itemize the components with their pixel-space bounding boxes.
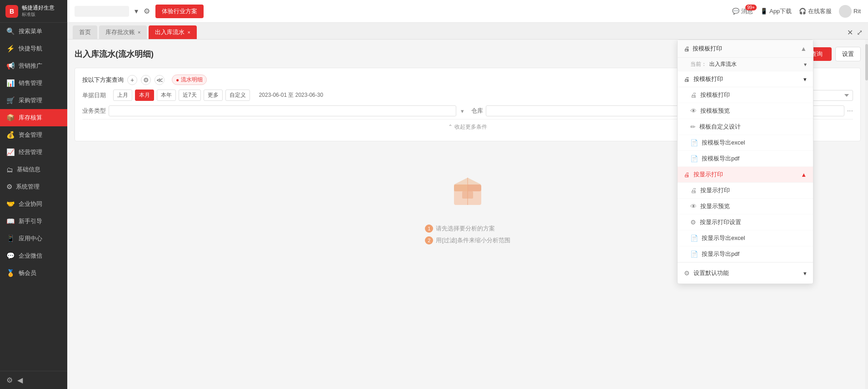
display-items-list: 🖨按显示打印👁按显示预览⚙按显示打印设置📄按显示导出excel📄按显示导出pdf [678, 183, 813, 262]
sidebar-item-operation[interactable]: 📈经营管理 [0, 144, 67, 161]
close-window-icon[interactable]: ✕ [847, 28, 853, 37]
dropdown-collapse-icon[interactable]: ▲ [800, 45, 807, 52]
tab-inventory-batch-close-icon[interactable]: × [138, 30, 140, 35]
filter-tag[interactable]: ● 流水明细 [172, 75, 207, 85]
set-default-item[interactable]: ⚙ 设置默认功能 ▾ [684, 266, 807, 280]
sidebar-item-guide[interactable]: 📖新手引导 [0, 213, 67, 230]
maximize-icon[interactable]: ⤢ [857, 28, 863, 37]
date-btn-4[interactable]: 更多 [204, 90, 223, 101]
sidebar-item-search[interactable]: 🔍搜索菜单 [0, 23, 67, 40]
sidebar-item-member[interactable]: 🏅畅会员 [0, 264, 67, 282]
dropdown-item-display-print-settings[interactable]: ⚙按显示打印设置 [678, 214, 813, 230]
svg-rect-5 [454, 185, 468, 191]
sidebar-quick-nav-icon: ⚡ [6, 45, 15, 53]
template-items-list: 🖨按模板打印👁按模板预览✏模板自定义设计📄按模板导出excel📄按模板导出pdf [678, 87, 813, 167]
sidebar-item-collab[interactable]: 🤝企业协同 [0, 195, 67, 213]
add-filter-icon[interactable]: + [127, 75, 137, 85]
topbar-right: 💬 消息 99+ 📱 App下载 🎧 在线客服 Rit [732, 5, 861, 18]
tab-inventory-batch[interactable]: 库存批次账× [99, 25, 147, 39]
sidebar-quick-nav-label: 快捷导航 [19, 45, 42, 53]
sidebar-item-sales[interactable]: 📊销售管理 [0, 75, 67, 92]
display-print-settings-icon: ⚙ [690, 219, 696, 226]
template-print-header-label: 按模板打印 [693, 75, 723, 83]
dropdown-item-display-print-item[interactable]: 🖨按显示打印 [678, 183, 813, 199]
collapse-filter-icon[interactable]: ≪ [155, 75, 165, 85]
settings-icon[interactable]: ⚙ [144, 7, 150, 15]
dropdown-item-display-export-excel[interactable]: 📄按显示导出excel [678, 230, 813, 246]
app-download-button[interactable]: 📱 App下载 [760, 7, 792, 15]
sidebar-member-label: 畅会员 [19, 269, 36, 277]
dropdown-item-display-preview[interactable]: 👁按显示预览 [678, 199, 813, 214]
message-badge: 99+ [745, 5, 757, 10]
date-btn-5[interactable]: 自定义 [225, 90, 250, 101]
display-export-pdf-icon: 📄 [690, 250, 698, 258]
user-name: Rit [853, 8, 861, 15]
dropdown-item-display-export-pdf[interactable]: 📄按显示导出pdf [678, 246, 813, 262]
settings-button[interactable]: 设置 [835, 47, 861, 61]
user-avatar-button[interactable]: Rit [839, 5, 861, 18]
display-print-header-label: 按显示打印 [693, 170, 723, 179]
template-print-section-header[interactable]: 🖨 按模板打印 ▾ [678, 71, 813, 87]
scrollbar-thumb[interactable] [865, 44, 868, 80]
dropdown-item-template-export-pdf[interactable]: 📄按模板导出pdf [678, 151, 813, 167]
sidebar-item-marketing[interactable]: 📢营销推广 [0, 57, 67, 75]
sidebar-search-label: 搜索菜单 [19, 27, 42, 35]
biz-type-input[interactable] [109, 105, 456, 116]
date-btn-2[interactable]: 本年 [157, 90, 176, 101]
print-dropdown-panel: 🖨 按模板打印 ▲ 当前： 出入库流水 ▾ 🖨 按模板打印 [677, 40, 813, 284]
sidebar-item-apps[interactable]: 📱应用中心 [0, 230, 67, 247]
dropdown-item-template-print-item[interactable]: 🖨按模板打印 [678, 87, 813, 103]
empty-tip-2: 2 用[过滤]条件来缩小分析范围 [425, 234, 510, 246]
tabs-bar: 首页库存批次账×出入库流水×✕⤢ [67, 23, 868, 40]
tab-inout-flow[interactable]: 出入库流水× [149, 25, 196, 39]
dropdown-item-template-customize[interactable]: ✏模板自定义设计 [678, 119, 813, 135]
sidebar-item-base[interactable]: 🗂基础信息 [0, 161, 67, 178]
sidebar-base-icon: 🗂 [6, 166, 13, 174]
set-default-label: 设置默认功能 [693, 269, 729, 277]
settings-filter-icon[interactable]: ⚙ [141, 75, 151, 85]
sidebar-purchase-icon: 🛒 [6, 96, 15, 105]
template-export-pdf-label: 按模板导出pdf [702, 155, 739, 163]
warehouse-more-icon[interactable]: ··· [847, 107, 853, 115]
message-icon: 💬 [732, 8, 739, 15]
sidebar-item-wecom[interactable]: 💬企业微信 [0, 247, 67, 264]
settings-icon[interactable]: ⚙ [6, 376, 13, 384]
template-section: 当前： 出入库流水 ▾ 🖨 按模板打印 ▾ 🖨按模板打印👁按模板预览✏模板自定义… [678, 58, 813, 262]
collapse-sidebar-icon[interactable]: ◀ [17, 376, 23, 384]
sidebar-collab-label: 企业协同 [19, 200, 42, 208]
sidebar-operation-label: 经营管理 [19, 148, 42, 156]
dropdown-arrow-icon[interactable]: ▾ [135, 7, 138, 15]
display-printer-icon: 🖨 [684, 171, 690, 178]
topbar-search-input[interactable] [75, 6, 129, 17]
sidebar-item-finance[interactable]: 💰资金管理 [0, 126, 67, 144]
app-logo-sub: 标准版 [22, 11, 55, 18]
printer-dropdown-icon: 🖨 [684, 45, 690, 52]
sidebar-marketing-icon: 📢 [6, 62, 15, 70]
display-preview-icon: 👁 [690, 203, 697, 210]
date-btn-3[interactable]: 近7天 [179, 90, 201, 101]
biz-type-arrow-icon: ▾ [461, 108, 464, 115]
app-download-label: App下载 [769, 7, 792, 15]
sidebar-item-purchase[interactable]: 🛒采购管理 [0, 92, 67, 109]
dropdown-item-template-preview[interactable]: 👁按模板预览 [678, 103, 813, 119]
dropdown-current-row: 当前： 出入库流水 ▾ [678, 58, 813, 71]
trial-button[interactable]: 体验行业方案 [155, 5, 204, 18]
dropdown-item-template-export-excel[interactable]: 📄按模板导出excel [678, 135, 813, 151]
sidebar-inventory-label: 库存核算 [19, 114, 42, 122]
display-print-section-header[interactable]: 🖨 按显示打印 ▲ [678, 167, 813, 183]
date-btn-0[interactable]: 上月 [113, 90, 132, 101]
template-preview-icon: 👁 [690, 107, 697, 115]
empty-illustration [445, 169, 490, 223]
sidebar-member-icon: 🏅 [6, 269, 15, 277]
date-buttons-group: 上月本月本年近7天更多自定义 [113, 90, 250, 101]
sidebar-item-inventory[interactable]: 📦库存核算 [0, 109, 67, 126]
date-btn-1[interactable]: 本月 [135, 90, 154, 101]
sidebar-item-system[interactable]: ⚙系统管理 [0, 178, 67, 195]
biz-type-label: 业务类型 [82, 107, 106, 115]
tab-inout-flow-close-icon[interactable]: × [187, 30, 190, 35]
message-button[interactable]: 💬 消息 99+ [732, 7, 753, 15]
tab-home[interactable]: 首页 [73, 25, 97, 39]
filter-action-row: 按以下方案查询 + ⚙ ≪ [82, 75, 165, 85]
online-service-button[interactable]: 🎧 在线客服 [799, 7, 832, 15]
sidebar-item-quick-nav[interactable]: ⚡快捷导航 [0, 40, 67, 57]
